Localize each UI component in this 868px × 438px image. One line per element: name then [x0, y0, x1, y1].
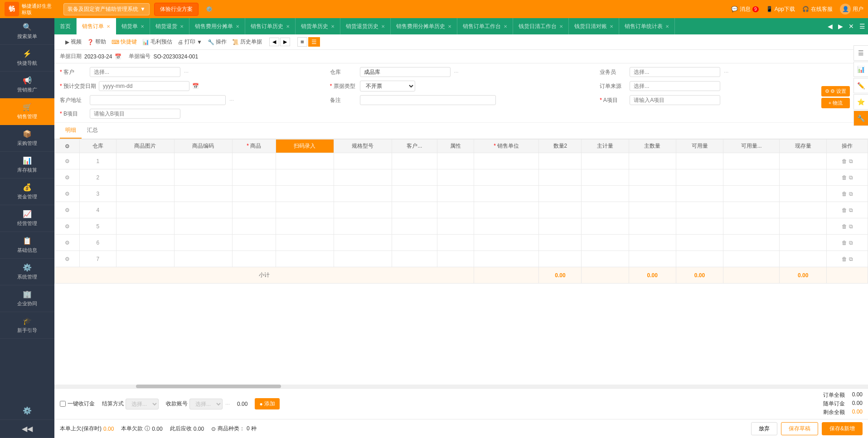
cell-1-12[interactable]: [629, 153, 676, 169]
row-actions-2[interactable]: 🗑⧉: [827, 169, 868, 186]
col-header-available2[interactable]: 可用量...: [723, 140, 780, 153]
right-panel-btn-4[interactable]: ⭐: [853, 94, 868, 110]
cell-1-14[interactable]: [723, 153, 780, 169]
cell-5-14[interactable]: [723, 218, 780, 235]
cell-6-13[interactable]: [676, 235, 723, 251]
tab-home[interactable]: 首页: [54, 18, 77, 34]
salesperson-more-icon[interactable]: ···: [724, 69, 728, 75]
message-item[interactable]: 💬 消息 9: [731, 5, 759, 13]
tab-cash-daily[interactable]: 钱货日清工作台✕: [513, 18, 569, 34]
order-source-input[interactable]: [630, 81, 720, 91]
tab-close-sales-order[interactable]: ✕: [107, 24, 110, 29]
col-header-attribute[interactable]: 属性: [437, 140, 474, 153]
cell-1-11[interactable]: [582, 153, 629, 169]
account-select[interactable]: 选择...: [189, 399, 223, 409]
tab-close-sales-stats[interactable]: ✕: [665, 24, 669, 29]
tab-nav-right[interactable]: ▶: [835, 19, 846, 34]
salesperson-input[interactable]: [630, 67, 720, 77]
copy-icon[interactable]: ⧉: [849, 223, 853, 230]
app-download-item[interactable]: 📱 App下载: [766, 5, 795, 13]
cell-4-6[interactable]: [334, 202, 392, 218]
cell-4-13[interactable]: [676, 202, 723, 218]
tab-close-cash-reconcile[interactable]: ✕: [610, 24, 613, 29]
cell-3-4[interactable]: [232, 186, 276, 202]
cell-4-5[interactable]: [276, 202, 334, 218]
copy-icon[interactable]: ⧉: [849, 207, 853, 213]
row-gear-3[interactable]: ⚙: [55, 186, 80, 202]
calendar-icon[interactable]: 📅: [115, 53, 121, 60]
tab-menu[interactable]: ☰: [857, 19, 868, 34]
row-gear-4[interactable]: ⚙: [55, 202, 80, 218]
sidebar-item-sales[interactable]: 🛒 销售管理: [0, 98, 54, 125]
cell-3-14[interactable]: [723, 186, 780, 202]
cell-3-3[interactable]: [174, 186, 232, 202]
cell-2-4[interactable]: [232, 169, 276, 186]
tab-close-all[interactable]: ✕: [846, 19, 857, 34]
cell-7-10[interactable]: [539, 251, 582, 267]
cell-4-3[interactable]: [174, 202, 232, 218]
sidebar-item-basic-info[interactable]: 📋 基础信息: [0, 232, 54, 259]
tab-sales-order-workbench[interactable]: 销售订单工作台✕: [457, 18, 513, 34]
cell-2-11[interactable]: [582, 169, 629, 186]
cell-1-10[interactable]: [539, 153, 582, 169]
discard-btn[interactable]: 放弃: [751, 422, 777, 435]
cell-3-13[interactable]: [676, 186, 723, 202]
tab-sales-order[interactable]: 销售订单✕: [77, 18, 116, 34]
system-selector[interactable]: 装备及固定资产辅助管理系统 ▼: [63, 3, 150, 15]
copy-icon[interactable]: ⧉: [849, 191, 853, 197]
cell-5-7[interactable]: [392, 218, 437, 235]
tab-sales-fee-history[interactable]: 销售费用分摊单历史✕: [391, 18, 457, 34]
col-header-actions[interactable]: 操作: [827, 140, 868, 153]
operations-btn[interactable]: 🔧 操作: [208, 38, 227, 46]
delete-icon[interactable]: 🗑: [842, 174, 847, 181]
auto-collect-checkbox[interactable]: [60, 401, 66, 407]
doc-number-value[interactable]: SO-20230324-001: [153, 53, 198, 60]
account-more-icon[interactable]: ···: [225, 401, 230, 407]
tab-close-cash-daily[interactable]: ✕: [559, 24, 563, 29]
tab-close-sales-fee-split[interactable]: ✕: [236, 24, 239, 29]
save-draft-btn[interactable]: 保存草稿: [781, 422, 818, 435]
history-btn[interactable]: 📜 历史单据: [232, 38, 262, 46]
col-header-scan[interactable]: 扫码录入: [276, 140, 334, 153]
pay-method-select[interactable]: 选择...: [126, 399, 159, 409]
cell-5-10[interactable]: [539, 218, 582, 235]
cell-1-13[interactable]: [676, 153, 723, 169]
add-material-btn[interactable]: + 物流: [821, 98, 850, 108]
row-gear-1[interactable]: ⚙: [55, 153, 80, 169]
sidebar-item-purchase[interactable]: 📦 采购管理: [0, 125, 54, 152]
cell-1-6[interactable]: [334, 153, 392, 169]
sidebar-item-inventory[interactable]: 📊 库存核算: [0, 152, 54, 178]
tab-close-sales-refund-history[interactable]: ✕: [381, 24, 385, 29]
col-header-available[interactable]: 可用量: [676, 140, 723, 153]
cell-4-2[interactable]: [116, 202, 174, 218]
warehouse-input[interactable]: [360, 67, 451, 77]
doc-date-value[interactable]: 2023-03-24: [84, 53, 112, 60]
cell-4-4[interactable]: [232, 202, 276, 218]
cell-2-10[interactable]: [539, 169, 582, 186]
auto-collect-label[interactable]: 一键收订金: [60, 400, 95, 408]
cell-6-11[interactable]: [582, 235, 629, 251]
cell-4-14[interactable]: [723, 202, 780, 218]
tab-close-sales-return[interactable]: ✕: [141, 24, 144, 29]
row-actions-5[interactable]: 🗑⧉: [827, 218, 868, 235]
prev-record-btn[interactable]: ◀: [269, 38, 279, 46]
sidebar-item-marketing[interactable]: 📢 营销推广: [0, 72, 54, 98]
next-record-btn[interactable]: ▶: [280, 38, 290, 46]
delivery-date-input[interactable]: [99, 81, 189, 91]
shortcut-btn[interactable]: ⌨ 快捷键: [112, 38, 137, 46]
row-actions-6[interactable]: 🗑⧉: [827, 235, 868, 251]
view-video-btn[interactable]: ▶ 视频: [65, 38, 82, 46]
tab-close-sales-order-workbench[interactable]: ✕: [504, 24, 507, 29]
sidebar-item-quick-nav[interactable]: ⚡ 快捷导航: [0, 45, 54, 72]
cell-5-6[interactable]: [334, 218, 392, 235]
copy-icon[interactable]: ⧉: [849, 158, 853, 164]
cell-6-3[interactable]: [174, 235, 232, 251]
cell-2-7[interactable]: [392, 169, 437, 186]
cell-3-5[interactable]: [276, 186, 334, 202]
cell-4-12[interactable]: [629, 202, 676, 218]
cell-5-15[interactable]: [780, 218, 827, 235]
print-btn[interactable]: 🖨 打印 ▼: [178, 38, 202, 46]
cell-5-2[interactable]: [116, 218, 174, 235]
tab-nav-left[interactable]: ◀: [825, 19, 835, 34]
cell-6-8[interactable]: [437, 235, 474, 251]
